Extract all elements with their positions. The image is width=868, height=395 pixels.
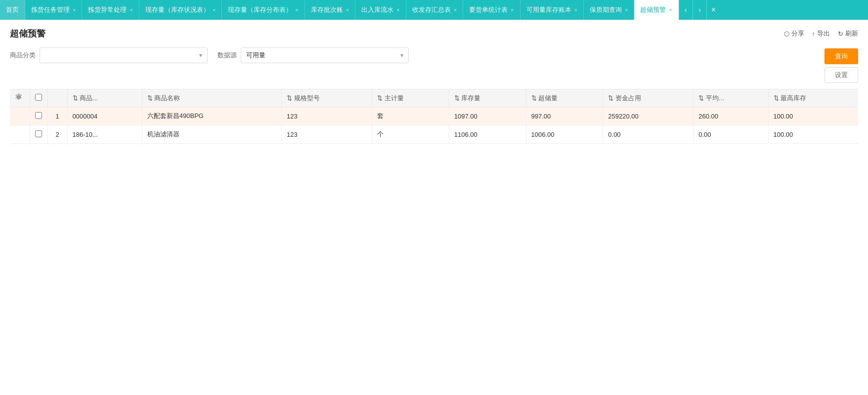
th-spec: ⇅ 规格型号 [281, 89, 372, 107]
filter-area: 商品分类 ▾ 数据源 可用量 ▾ 查询 设置 [10, 47, 858, 83]
th-unit: ⇅ 主计量 [372, 89, 449, 107]
nav-close-summary[interactable]: × [454, 7, 457, 13]
nav-item-exception[interactable]: 拣货异常处理 × [82, 0, 139, 20]
row-num-cell: 2 [47, 125, 67, 144]
th-capital: ⇅ 资金占用 [603, 89, 694, 107]
nav-close-batch[interactable]: × [346, 7, 349, 13]
category-select[interactable]: ▾ [40, 47, 208, 63]
row-max-stock: 100.00 [768, 107, 858, 125]
th-product-code: ⇅ 商品... [67, 89, 142, 107]
nav-close-exception[interactable]: × [130, 7, 132, 13]
row-product-name: 六配套新昌490BPG [142, 107, 281, 125]
select-all-checkbox[interactable] [35, 94, 42, 101]
gear-icon[interactable] [15, 93, 23, 101]
row-stock: 1097.00 [449, 107, 526, 125]
th-product-name: ⇅ 商品名称 [142, 89, 281, 107]
datasource-select[interactable]: 可用量 ▾ [241, 47, 409, 63]
table-row: 1 0000004 六配套新昌490BPG 123 套 1097.00 997.… [10, 107, 858, 125]
nav-item-batch[interactable]: 库存批次账 × [305, 0, 355, 20]
row-product-code: 0000004 [67, 107, 142, 125]
action-buttons: 查询 设置 [825, 47, 858, 83]
datasource-filter-group: 数据源 可用量 ▾ [217, 47, 409, 63]
refresh-button[interactable]: ↻ 刷新 [838, 29, 858, 38]
nav-item-available[interactable]: 可用量库存账本 × [521, 0, 584, 20]
filter-row-1: 商品分类 ▾ 数据源 可用量 ▾ [10, 47, 409, 63]
row-avg: 260.00 [694, 107, 768, 125]
datasource-select-value: 可用量 [246, 51, 265, 60]
nav-next-button[interactable]: › [693, 0, 706, 20]
nav-item-stock2[interactable]: 现存量（库存分布表） × [222, 0, 304, 20]
export-button[interactable]: ↑ 导出 [812, 29, 830, 38]
th-overstock: ⇅ 超储量 [526, 89, 603, 107]
row-checkbox-cell [30, 125, 47, 144]
page-title: 超储预警 [10, 28, 45, 40]
th-max-stock: ⇅ 最高库存 [768, 89, 858, 107]
nav-close-available[interactable]: × [574, 7, 577, 13]
nav-prev-button[interactable]: ‹ [679, 0, 693, 20]
category-filter-group: 商品分类 ▾ [10, 47, 208, 63]
nav-close-task[interactable]: × [73, 7, 76, 13]
chevron-down-icon: ▾ [199, 52, 202, 59]
row-avg: 0.00 [694, 125, 768, 144]
th-row-num [47, 89, 67, 107]
category-label: 商品分类 [10, 51, 36, 60]
row-overstock: 1006.00 [526, 125, 603, 144]
nav-item-summary[interactable]: 收发存汇总表 × [406, 0, 463, 20]
share-button[interactable]: ⬡ 分享 [784, 29, 804, 38]
row-checkbox-1[interactable] [35, 130, 42, 137]
row-checkbox-0[interactable] [35, 112, 42, 119]
nav-item-overstock[interactable]: 超储预警 × [634, 0, 678, 20]
nav-item-flow[interactable]: 出入库流水 × [355, 0, 406, 20]
export-icon: ↑ [812, 30, 816, 38]
row-num-cell: 1 [47, 107, 67, 125]
refresh-icon: ↻ [838, 30, 843, 38]
row-spec: 123 [281, 125, 372, 144]
row-product-name: 机油滤清器 [142, 125, 281, 144]
nav-item-task[interactable]: 拣货任务管理 × [25, 0, 82, 20]
row-unit: 套 [372, 107, 449, 125]
row-gear-cell [10, 107, 30, 125]
th-stock: ⇅ 库存量 [449, 89, 526, 107]
row-checkbox-cell [30, 107, 47, 125]
row-overstock: 997.00 [526, 107, 603, 125]
top-nav: 首页 拣货任务管理 × 拣货异常处理 × 现存量（库存状况表） × 现存量（库存… [0, 0, 868, 20]
row-product-code: 186-10... [67, 125, 142, 144]
nav-item-home[interactable]: 首页 [0, 0, 25, 20]
chevron-down-icon-2: ▾ [400, 52, 403, 59]
nav-close-all-button[interactable]: × [706, 0, 720, 20]
nav-close-order-stat[interactable]: × [511, 7, 514, 13]
title-actions: ⬡ 分享 ↑ 导出 ↻ 刷新 [784, 29, 859, 38]
table-header-row: ⇅ 商品... ⇅ 商品名称 ⇅ 规格型号 ⇅ 主计量 ⇅ 库存量 [10, 89, 858, 107]
nav-close-flow[interactable]: × [396, 7, 399, 13]
datasource-label: 数据源 [217, 51, 237, 60]
th-avg: ⇅ 平均... [694, 89, 768, 107]
data-table: ⇅ 商品... ⇅ 商品名称 ⇅ 规格型号 ⇅ 主计量 ⇅ 库存量 [10, 89, 858, 144]
page-content: 超储预警 ⬡ 分享 ↑ 导出 ↻ 刷新 商品分类 [0, 20, 868, 152]
nav-close-expiry[interactable]: × [625, 7, 628, 13]
row-gear-cell [10, 125, 30, 144]
filter-groups: 商品分类 ▾ 数据源 可用量 ▾ [10, 47, 409, 63]
nav-item-stock1[interactable]: 现存量（库存状况表） × [139, 0, 222, 20]
nav-close-stock1[interactable]: × [213, 7, 216, 13]
row-stock: 1106.00 [449, 125, 526, 144]
th-select-all [30, 89, 47, 107]
table-row: 2 186-10... 机油滤清器 123 个 1106.00 1006.00 … [10, 125, 858, 144]
row-capital: 259220.00 [603, 107, 694, 125]
row-spec: 123 [281, 107, 372, 125]
row-capital: 0.00 [603, 125, 694, 144]
th-gear [10, 89, 30, 107]
nav-item-expiry[interactable]: 保质期查询 × [584, 0, 634, 20]
share-icon: ⬡ [784, 30, 789, 38]
row-unit: 个 [372, 125, 449, 144]
query-button[interactable]: 查询 [825, 48, 858, 64]
page-title-bar: 超储预警 ⬡ 分享 ↑ 导出 ↻ 刷新 [10, 28, 858, 40]
row-max-stock: 100.00 [768, 125, 858, 144]
nav-close-overstock[interactable]: × [669, 7, 672, 13]
nav-close-stock2[interactable]: × [295, 7, 298, 13]
settings-button[interactable]: 设置 [825, 67, 858, 83]
nav-item-order-stat[interactable]: 要货单统计表 × [463, 0, 520, 20]
